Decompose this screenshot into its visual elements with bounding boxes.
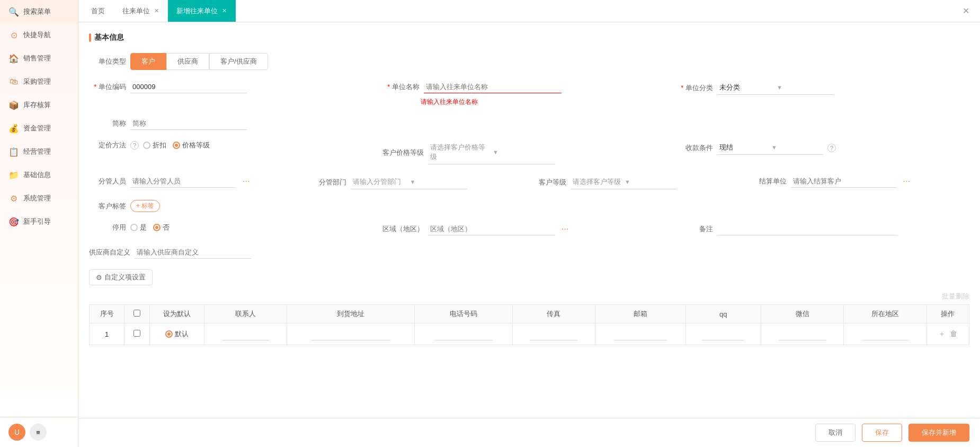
region-group: 区域（地区） ··· xyxy=(382,223,676,235)
unit-name-group: 单位名称 请输入往来单位名称 xyxy=(382,81,676,107)
manager-input[interactable] xyxy=(130,175,236,188)
row-default-radio[interactable]: 默认 xyxy=(155,329,199,339)
fax-input[interactable] xyxy=(530,328,577,340)
contact-input[interactable] xyxy=(222,328,270,340)
save-new-button[interactable]: 保存并新增 xyxy=(908,424,969,442)
add-row-icon[interactable]: ＋ xyxy=(938,329,946,339)
sidebar-item-finance[interactable]: 💰 资金管理 xyxy=(0,117,78,140)
sidebar-item-operations[interactable]: 📋 经营管理 xyxy=(0,140,78,163)
sidebar-item-basic-info[interactable]: 📁 基础信息 xyxy=(0,163,78,187)
short-name-input[interactable] xyxy=(130,117,247,130)
email-input[interactable] xyxy=(614,328,667,340)
settlement-unit-more-btn[interactable]: ··· xyxy=(901,177,912,186)
tab-bar: 首页 往来单位 ✕ 新增往来单位 ✕ ✕ xyxy=(78,0,980,22)
radio-price-level[interactable]: 价格等级 xyxy=(173,141,210,150)
custom-settings-button[interactable]: ⚙ 自定义项设置 xyxy=(89,269,153,285)
inventory-icon: 📦 xyxy=(8,100,19,110)
tab-home[interactable]: 首页 xyxy=(83,0,114,22)
department-placeholder: 请输入分管部门 xyxy=(353,177,408,187)
sidebar-item-sales[interactable]: 🏠 销售管理 xyxy=(0,47,78,70)
td-phone xyxy=(415,323,513,345)
th-wechat: 微信 xyxy=(761,305,843,323)
td-action: ＋ 🗑 xyxy=(926,323,969,345)
btn-customer[interactable]: 客户 xyxy=(130,53,166,70)
td-fax xyxy=(512,323,595,345)
sidebar-item-purchase[interactable]: 🛍 采购管理 xyxy=(0,70,78,93)
unit-code-label: 单位编码 xyxy=(89,82,126,92)
customer-price-level-select[interactable]: 请选择客户价格等级 ▼ xyxy=(428,141,555,164)
department-select[interactable]: 请输入分管部门 ▼ xyxy=(351,175,467,189)
close-all-tabs[interactable]: ✕ xyxy=(956,6,976,16)
batch-delete-btn[interactable]: 批量删除 xyxy=(942,292,969,301)
cancel-button[interactable]: 取消 xyxy=(815,424,856,442)
location-input[interactable] xyxy=(861,328,909,340)
radio-disabled-yes[interactable]: 是 xyxy=(130,223,147,232)
sidebar-item-label: 基础信息 xyxy=(23,170,51,180)
qq-input[interactable] xyxy=(702,328,744,340)
section-title-text: 基本信息 xyxy=(94,33,124,42)
user-avatar[interactable]: U xyxy=(8,424,25,441)
unit-type-group: 单位类型 客户 供应商 客户/供应商 xyxy=(89,53,969,70)
td-email xyxy=(595,323,685,345)
region-input[interactable] xyxy=(428,223,555,235)
select-all-checkbox[interactable] xyxy=(133,310,140,317)
th-checkbox xyxy=(124,305,150,323)
radio-disabled-no[interactable]: 否 xyxy=(153,223,170,232)
unit-category-chevron: ▼ xyxy=(777,84,832,91)
sidebar-extra-btn[interactable]: ≡ xyxy=(30,424,47,441)
remark-group: 备注 xyxy=(676,223,969,235)
tab-new-unit[interactable]: 新增往来单位 ✕ xyxy=(168,0,236,22)
sidebar-item-guide[interactable]: 🎯 新手引导 xyxy=(0,210,78,233)
td-wechat xyxy=(761,323,843,345)
sidebar-item-label: 快捷导航 xyxy=(23,30,51,40)
unit-category-select[interactable]: 未分类 ▼ xyxy=(717,81,834,95)
short-name-label: 简称 xyxy=(89,119,126,128)
region-more-btn[interactable]: ··· xyxy=(559,224,571,234)
th-email: 邮箱 xyxy=(595,305,685,323)
sidebar-item-inventory[interactable]: 📦 库存核算 xyxy=(0,93,78,117)
address-input[interactable] xyxy=(311,328,390,340)
radio-discount[interactable]: 折扣 xyxy=(143,141,166,150)
save-button[interactable]: 保存 xyxy=(862,424,902,442)
contacts-table-section: 批量删除 序号 设为默认 联系人 xyxy=(89,292,969,345)
btn-supplier[interactable]: 供应商 xyxy=(166,53,209,70)
section-title: 基本信息 xyxy=(89,33,969,42)
unit-type-label: 单位类型 xyxy=(89,57,126,66)
sidebar-item-label: 系统管理 xyxy=(23,194,51,203)
unit-code-group: 单位编码 xyxy=(89,81,382,93)
delete-row-icon[interactable]: 🗑 xyxy=(950,329,957,339)
payment-terms-label: 收款条件 xyxy=(676,143,713,153)
pricing-radio-group: 折扣 价格等级 xyxy=(143,141,210,150)
customer-tag-label: 客户标签 xyxy=(89,201,126,211)
settlement-unit-input[interactable] xyxy=(791,175,897,188)
payment-terms-help-icon[interactable]: ? xyxy=(827,144,836,152)
close-tab-trading-units[interactable]: ✕ xyxy=(154,7,159,14)
remark-input[interactable] xyxy=(717,223,897,235)
supplier-custom-input[interactable] xyxy=(135,246,251,259)
payment-terms-select[interactable]: 现结 ▼ xyxy=(717,141,823,155)
add-tag-button[interactable]: + 标签 xyxy=(130,200,160,212)
customer-level-select[interactable]: 请选择客户等级 ▼ xyxy=(571,175,676,189)
sidebar-item-search[interactable]: 🔍 搜索菜单 xyxy=(0,0,78,23)
sidebar-item-system[interactable]: ⚙ 系统管理 xyxy=(0,187,78,210)
unit-name-label: 单位名称 xyxy=(382,82,420,92)
wechat-input[interactable] xyxy=(779,328,826,340)
add-tag-label: + 标签 xyxy=(136,201,154,211)
department-label: 分管部门 xyxy=(309,178,346,187)
disabled-radio-group: 是 否 xyxy=(130,223,170,232)
unit-code-input[interactable] xyxy=(130,81,247,93)
close-tab-new-unit[interactable]: ✕ xyxy=(222,7,227,14)
phone-input[interactable] xyxy=(434,328,493,340)
code-name-category-row: 单位编码 单位名称 请输入往来单位名称 单位分类 未分类 ▼ xyxy=(89,81,969,107)
sidebar-item-quick-nav[interactable]: ⊙ 快捷导航 xyxy=(0,23,78,47)
row-checkbox[interactable] xyxy=(133,330,140,337)
row-actions: ＋ 🗑 xyxy=(932,329,964,339)
manager-more-btn[interactable]: ··· xyxy=(240,177,252,186)
unit-name-input[interactable] xyxy=(424,81,562,93)
purchase-icon: 🛍 xyxy=(8,76,19,87)
pricing-help-icon[interactable]: ? xyxy=(130,141,139,150)
tab-trading-units[interactable]: 往来单位 ✕ xyxy=(114,0,168,22)
btn-both[interactable]: 客户/供应商 xyxy=(209,53,268,70)
tab-home-label: 首页 xyxy=(91,6,105,16)
system-icon: ⚙ xyxy=(8,193,19,204)
